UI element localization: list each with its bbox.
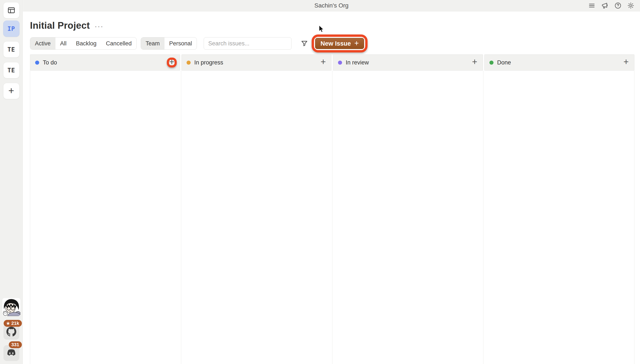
filter-funnel-icon[interactable] [300, 40, 308, 47]
announcements-megaphone-icon[interactable] [601, 2, 609, 10]
filter-toolbar: ActiveAllBacklogCancelled TeamPersonal N… [30, 37, 634, 50]
github-stars-badge: ★ 21k [4, 320, 22, 327]
workspace-avatar-label: TE [8, 67, 15, 74]
new-issue-button[interactable]: New Issue + [315, 38, 364, 49]
topbar-actions [588, 2, 640, 10]
status-tab-all[interactable]: All [56, 38, 71, 50]
column-label-done: Done [497, 59, 511, 66]
column-body-in-progress [181, 71, 332, 364]
column-body-in-review [332, 71, 484, 364]
page-title: Initial Project [30, 20, 90, 31]
scope-tab-personal[interactable]: Personal [164, 38, 197, 50]
github-stars-count: 21k [11, 321, 19, 326]
board-columns [30, 71, 634, 364]
annotation-ring-new-issue: New Issue + [312, 34, 368, 52]
add-issue-area-done: + [621, 58, 631, 68]
help-icon[interactable] [614, 2, 622, 9]
scope-filter-tabs: TeamPersonal [141, 37, 197, 50]
status-tab-cancelled[interactable]: Cancelled [101, 38, 136, 50]
column-header-to-do: To do+ [30, 54, 180, 71]
discord-members-badge: 331 [9, 341, 22, 348]
workspace-avatar-label: IP [8, 25, 15, 32]
workspace-avatar-te-1[interactable]: TE [3, 41, 20, 58]
add-issue-done-button[interactable]: + [622, 62, 630, 63]
project-overflow-menu[interactable]: ··· [94, 23, 104, 28]
discord-members-count: 331 [11, 342, 19, 347]
user-avatar[interactable] [2, 298, 20, 316]
workspace-avatar-label: TE [8, 46, 15, 53]
status-dot-done [490, 60, 494, 65]
status-tab-active[interactable]: Active [30, 38, 56, 50]
add-issue-to-do-button[interactable]: + [168, 62, 176, 63]
add-issue-in-progress-button[interactable]: + [319, 62, 327, 63]
settings-gear-icon[interactable] [627, 2, 634, 9]
add-issue-area-to-do: + [167, 58, 177, 68]
scope-tab-team[interactable]: Team [141, 38, 164, 50]
column-label-in-review: In review [346, 59, 369, 66]
main-content: Initial Project ··· ActiveAllBacklogCanc… [23, 12, 640, 364]
workspace-overview-button[interactable] [3, 2, 20, 18]
column-body-done [484, 71, 634, 364]
github-icon [6, 327, 16, 336]
sidebar-footer: ★ 21k 331 [2, 298, 20, 364]
status-dot-to-do [35, 60, 39, 65]
star-icon: ★ [6, 321, 10, 326]
column-header-in-review: In review+ [333, 54, 483, 71]
search-issues-input[interactable] [204, 37, 292, 50]
org-title: Sachin's Org [23, 2, 640, 9]
workspace-avatar-te-2[interactable]: TE [3, 62, 20, 78]
layout-grid-icon [7, 6, 16, 14]
status-tab-backlog[interactable]: Backlog [71, 38, 101, 50]
workspace-avatar-ip-0[interactable]: IP [3, 20, 20, 37]
sidebar: IPTETE + ★ [0, 0, 23, 364]
column-header-in-progress: In progress+ [182, 54, 332, 71]
column-body-to-do [30, 71, 181, 364]
board-column-headers: To do+In progress+In review+Done+ [30, 54, 634, 71]
add-issue-area-in-review: + [470, 58, 480, 68]
add-workspace-button[interactable]: + [3, 83, 20, 99]
column-header-done: Done+ [484, 54, 634, 71]
new-issue-label: New Issue [320, 40, 351, 47]
add-issue-in-review-button[interactable]: + [471, 62, 479, 63]
status-dot-in-review [338, 60, 342, 65]
discord-link-button[interactable]: 331 [4, 345, 19, 361]
status-filter-tabs: ActiveAllBacklogCancelled [30, 37, 137, 50]
column-label-in-progress: In progress [194, 59, 223, 66]
status-dot-in-progress [186, 60, 191, 65]
column-label-to-do: To do [43, 59, 57, 66]
menu-icon[interactable] [588, 2, 596, 9]
top-bar: Sachin's Org [23, 0, 640, 11]
add-issue-area-in-progress: + [318, 58, 328, 68]
discord-icon [6, 348, 16, 358]
github-link-button[interactable]: ★ 21k [4, 324, 19, 340]
